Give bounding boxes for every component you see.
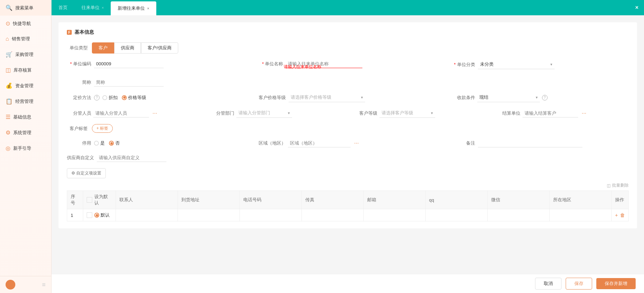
radio-no[interactable]: 否 [109, 140, 120, 146]
sidebar-item-quick-nav[interactable]: ⊙ 快捷导航 [0, 16, 51, 31]
department-label: 分管部门 [210, 110, 234, 116]
save-new-button[interactable]: 保存并新增 [596, 278, 636, 289]
supplier-custom-group: 供应商自定义 [67, 154, 629, 162]
customer-price-level-select[interactable]: 请选择客户价格等级 ▾ [289, 93, 365, 102]
row-region[interactable] [549, 209, 611, 221]
row-address[interactable] [178, 209, 239, 221]
system-icon: ⚙ [6, 129, 10, 136]
radio-yes[interactable]: 是 [94, 140, 105, 146]
row-default-radio-circle [94, 213, 99, 218]
batch-delete-area[interactable]: ◫ 批量删除 [67, 182, 629, 188]
supplier-custom-label: 供应商自定义 [67, 155, 94, 161]
row-contact[interactable] [116, 209, 178, 221]
pricing-help-icon[interactable]: ? [94, 95, 100, 100]
tab-new-partner-close[interactable]: × [147, 6, 149, 10]
phone-input[interactable] [243, 213, 298, 218]
add-row-button[interactable]: + [615, 212, 618, 218]
remarks-input[interactable] [478, 139, 582, 147]
sidebar-item-label: 新手引导 [13, 145, 31, 152]
row-phone[interactable] [239, 209, 301, 221]
add-tag-button[interactable]: + 标签 [92, 124, 113, 133]
radio-price-level[interactable]: 价格等级 [122, 95, 146, 101]
row-default-radio[interactable]: 默认 [94, 212, 110, 218]
email-input[interactable] [367, 213, 422, 218]
payment-arrow-icon: ▾ [536, 95, 538, 100]
row-region-input[interactable] [553, 213, 608, 218]
row-qq[interactable] [425, 209, 487, 221]
tab-home[interactable]: 首页 [52, 0, 74, 15]
customer-price-level-label: 客户价格等级 [259, 95, 286, 101]
manager-input[interactable] [93, 109, 149, 117]
contact-input[interactable] [119, 213, 174, 218]
row-fax[interactable] [301, 209, 363, 221]
region-input[interactable] [288, 139, 351, 147]
col-contact: 联系人 [116, 191, 178, 209]
radio-no-label: 否 [115, 140, 120, 146]
batch-delete-label: 批量删除 [612, 182, 629, 188]
abbreviation-input[interactable] [94, 78, 164, 87]
radio-discount-circle [102, 95, 107, 100]
sidebar-item-basic-info[interactable]: ☰ 基础信息 [0, 109, 51, 125]
department-select[interactable]: 请输入分管部门 ▾ [236, 108, 292, 118]
row-wechat[interactable] [487, 209, 549, 221]
unit-category-select[interactable]: 未分类 ▾ [478, 60, 555, 69]
payment-help-icon[interactable]: ? [542, 95, 548, 100]
tab-home-label: 首页 [58, 5, 68, 11]
unit-name-error: 请输入往来单位名称 [284, 64, 321, 70]
qq-input[interactable] [429, 213, 484, 218]
supplier-custom-input[interactable] [97, 154, 166, 162]
sidebar-item-finance[interactable]: 💰 资金管理 [0, 78, 51, 93]
settlement-unit-label: 结算单位 [496, 110, 520, 116]
fax-input[interactable] [305, 213, 360, 218]
customer-tags-label: 客户标签 [67, 125, 88, 132]
payment-terms-select[interactable]: 现结 ▾ [477, 93, 540, 102]
unit-type-label: 单位类型 [67, 45, 88, 51]
sidebar-item-sales[interactable]: ⌂ 销售管理 [0, 31, 51, 47]
delete-row-button[interactable]: 🗑 [620, 212, 625, 218]
unit-code-input[interactable] [94, 60, 164, 68]
sidebar-item-purchase[interactable]: 🛒 采购管理 [0, 47, 51, 62]
abbreviation-label: 简称 [67, 79, 91, 86]
bars-icon: ≡ [42, 281, 46, 288]
custom-settings-button[interactable]: ⚙ 自定义项设置 [67, 168, 106, 178]
unit-type-row: 单位类型 客户 供应商 客户/供应商 [67, 42, 629, 54]
basic-info-icon: ☰ [6, 114, 10, 120]
sidebar-item-new-guide[interactable]: ◎ 新手引导 [0, 140, 51, 156]
payment-terms-label: 收款条件 [451, 95, 475, 101]
address-input[interactable] [181, 213, 236, 218]
settlement-unit-input[interactable] [523, 109, 578, 117]
row-index: 1 [67, 209, 83, 221]
col-qq: qq [425, 191, 487, 209]
window-close-button[interactable]: × [635, 5, 638, 11]
manager-more-icon[interactable]: ··· [151, 110, 158, 116]
save-button[interactable]: 保存 [566, 278, 592, 290]
abbreviation-row: 简称 [67, 78, 629, 87]
radio-discount[interactable]: 折扣 [102, 95, 118, 101]
region-more-icon[interactable]: ··· [353, 140, 360, 146]
row-checkbox[interactable] [87, 212, 92, 218]
sidebar-item-system[interactable]: ⚙ 系统管理 [0, 125, 51, 140]
sidebar-item-search[interactable]: 🔍 搜索菜单 [0, 0, 51, 16]
customer-level-group: 客户等级 请选择客户等级 ▾ [353, 108, 486, 118]
unit-btn-customer[interactable]: 客户 [92, 42, 114, 54]
sidebar-item-operations[interactable]: 📋 经营管理 [0, 93, 51, 109]
header-checkbox[interactable] [87, 197, 92, 203]
remarks-group: 备注 [451, 139, 629, 147]
tab-new-partner[interactable]: 新增往来单位 × [111, 1, 156, 15]
department-group: 分管部门 请输入分管部门 ▾ [210, 108, 343, 118]
disabled-radio-group: 是 否 [94, 140, 120, 146]
radio-no-circle [109, 141, 114, 146]
tab-partners[interactable]: 往来单位 × [74, 0, 111, 15]
unit-btn-supplier[interactable]: 供应商 [114, 42, 141, 54]
manager-label: 分管人员 [67, 110, 91, 116]
unit-btn-both[interactable]: 客户/供应商 [141, 42, 178, 54]
cancel-button[interactable]: 取消 [535, 278, 561, 290]
sales-icon: ⌂ [6, 36, 9, 42]
sidebar-item-label: 采购管理 [15, 51, 33, 58]
settlement-more-icon[interactable]: ··· [580, 110, 588, 116]
sidebar-item-inventory[interactable]: ◫ 库存核算 [0, 62, 51, 78]
wechat-input[interactable] [491, 213, 546, 218]
tab-partners-close[interactable]: × [102, 6, 104, 10]
row-email[interactable] [363, 209, 425, 221]
customer-level-select[interactable]: 请选择客户等级 ▾ [379, 108, 435, 118]
